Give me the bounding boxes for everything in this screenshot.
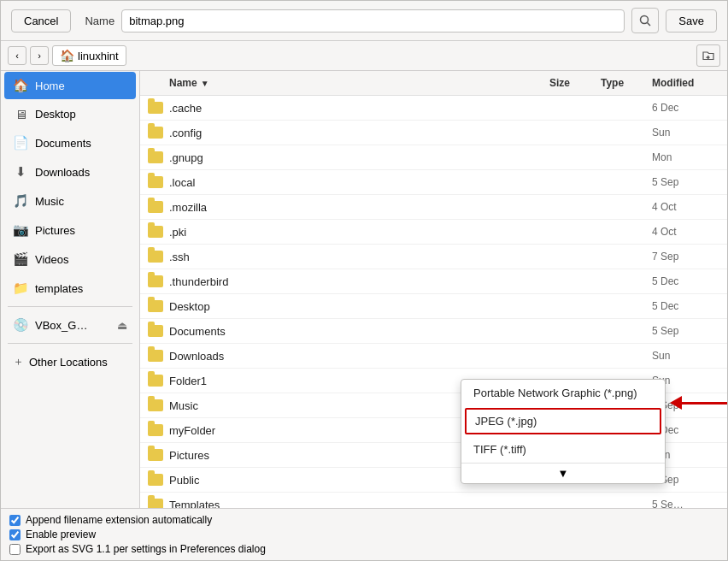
file-row[interactable]: .config Sun	[140, 121, 727, 145]
column-name-label: Name	[169, 77, 197, 89]
file-row[interactable]: Documents 5 Sep	[140, 319, 727, 344]
dropdown-item-png[interactable]: Portable Network Graphic (*.png)	[461, 380, 665, 406]
plus-icon: ＋	[13, 354, 24, 369]
file-list-header: Name ▼ Size Type Modified	[140, 71, 727, 96]
save-button[interactable]: Save	[666, 9, 717, 32]
export-svg-checkbox[interactable]	[9, 544, 21, 555]
svg-point-0	[641, 16, 649, 24]
file-row[interactable]: .local 5 Sep	[140, 170, 727, 195]
arrow-head	[670, 396, 682, 410]
file-modified: Sun	[652, 350, 720, 362]
new-folder-icon	[702, 49, 715, 62]
file-row[interactable]: Templates 5 Se…	[140, 493, 727, 508]
enable-preview-checkbox[interactable]	[9, 529, 21, 540]
music-icon: 🎵	[13, 193, 28, 209]
filename-input[interactable]	[121, 9, 625, 32]
sidebar-item-music[interactable]: 🎵 Music	[4, 187, 136, 215]
export-svg-label: Export as SVG 1.1 per settings in Prefer…	[26, 543, 266, 555]
file-row[interactable]: .ssh 7 Sep	[140, 245, 727, 269]
sidebar-item-home[interactable]: 🏠 Home	[4, 72, 136, 99]
sidebar-label-home: Home	[35, 80, 65, 92]
file-modified: 6 Dec	[652, 102, 720, 114]
column-header-modified[interactable]: Modified	[652, 77, 720, 89]
folder-icon	[147, 198, 164, 216]
sidebar-label-music: Music	[35, 195, 64, 208]
sidebar-label-desktop: Desktop	[35, 108, 76, 121]
location-display[interactable]: 🏠 linuxhint	[52, 45, 126, 66]
location-text: linuxhint	[78, 50, 119, 62]
sidebar: 🏠 Home 🖥 Desktop 📄 Documents ⬇ Downloads…	[1, 71, 140, 508]
dropdown-item-jpg[interactable]: JPEG (*.jpg)	[465, 408, 661, 434]
append-extension-label: Append filename extension automatically	[26, 514, 212, 526]
file-row[interactable]: .pki 4 Oct	[140, 220, 727, 245]
sidebar-item-pictures[interactable]: 📷 Pictures	[4, 216, 136, 244]
file-row[interactable]: .mozilla 4 Oct	[140, 195, 727, 220]
file-modified: 7 Sep	[652, 251, 720, 263]
folder-icon	[147, 322, 164, 340]
file-modified: 5 Sep	[652, 176, 720, 188]
sidebar-item-videos[interactable]: 🎬 Videos	[4, 245, 136, 273]
file-row[interactable]: Downloads Sun	[140, 344, 727, 369]
file-row[interactable]: .gnupg Mon	[140, 145, 727, 170]
file-modified: 5 Se…	[652, 499, 720, 508]
file-modified: 5 Dec	[652, 275, 720, 287]
dropdown-arrow-row: ▼	[461, 463, 665, 483]
folder-icon	[147, 372, 164, 389]
append-extension-row: Append filename extension automatically	[9, 514, 719, 526]
enable-preview-label: Enable preview	[26, 529, 96, 540]
main-content: 🏠 Home 🖥 Desktop 📄 Documents ⬇ Downloads…	[1, 71, 727, 508]
file-list-area: Name ▼ Size Type Modified .cache 6 Dec .…	[140, 71, 727, 508]
downloads-icon: ⬇	[13, 164, 28, 180]
folder-icon	[147, 496, 164, 508]
sidebar-item-documents[interactable]: 📄 Documents	[4, 129, 136, 156]
sidebar-item-templates[interactable]: 📁 templates	[4, 275, 136, 302]
file-row[interactable]: .cache 6 Dec	[140, 96, 727, 121]
file-name: .ssh	[169, 251, 549, 263]
save-dialog: Cancel Name Save ‹ › 🏠 linuxhint	[0, 0, 728, 561]
svg-line-1	[648, 23, 651, 27]
cancel-button[interactable]: Cancel	[11, 9, 71, 32]
folder-icon	[147, 124, 164, 141]
file-row[interactable]: Desktop 5 Dec	[140, 294, 727, 319]
column-header-name[interactable]: Name ▼	[169, 77, 549, 89]
folder-icon	[147, 422, 164, 439]
folder-icon	[147, 298, 164, 315]
sidebar-label-templates: templates	[35, 282, 83, 295]
documents-icon: 📄	[13, 135, 28, 151]
back-button[interactable]: ‹	[8, 46, 26, 65]
file-row[interactable]: .thunderbird 5 Dec	[140, 269, 727, 294]
sidebar-divider	[8, 306, 132, 307]
append-extension-checkbox[interactable]	[9, 515, 21, 526]
file-name: .config	[169, 127, 549, 139]
file-name: .pki	[169, 226, 549, 239]
dropdown-chevron-icon: ▼	[558, 467, 569, 480]
export-svg-row: Export as SVG 1.1 per settings in Prefer…	[9, 543, 719, 555]
sidebar-item-downloads[interactable]: ⬇ Downloads	[4, 158, 136, 186]
pictures-icon: 📷	[13, 222, 28, 238]
file-type-dropdown[interactable]: Portable Network Graphic (*.png) JPEG (*…	[461, 379, 666, 484]
sidebar-item-other-locations[interactable]: ＋ Other Locations	[4, 348, 136, 375]
search-icon	[639, 15, 651, 27]
home-icon: 🏠	[13, 78, 28, 93]
column-header-size[interactable]: Size	[549, 77, 601, 89]
forward-button[interactable]: ›	[30, 46, 49, 65]
videos-icon: 🎬	[13, 251, 28, 267]
sidebar-item-desktop[interactable]: 🖥 Desktop	[4, 101, 136, 127]
eject-icon[interactable]: ⏏	[117, 319, 127, 332]
sidebar-label-downloads: Downloads	[35, 166, 90, 179]
column-header-type[interactable]: Type	[601, 77, 652, 89]
file-modified: 5 Dec	[652, 300, 720, 312]
dropdown-item-tiff[interactable]: TIFF (*.tiff)	[461, 436, 665, 463]
dialog-header: Cancel Name Save	[1, 1, 727, 41]
location-bar: ‹ › 🏠 linuxhint	[1, 41, 727, 71]
svg-rect-3	[707, 57, 710, 59]
create-folder-button[interactable]	[696, 44, 720, 67]
sidebar-item-vbox[interactable]: 💿 VBox_G… ⏏	[4, 311, 136, 339]
file-name: .cache	[169, 102, 549, 115]
search-button[interactable]	[631, 8, 659, 33]
folder-icon	[147, 174, 164, 191]
sort-arrow-icon: ▼	[201, 79, 209, 88]
file-modified: Mon	[652, 151, 720, 163]
templates-icon: 📁	[13, 280, 28, 296]
folder-icon	[147, 446, 164, 464]
